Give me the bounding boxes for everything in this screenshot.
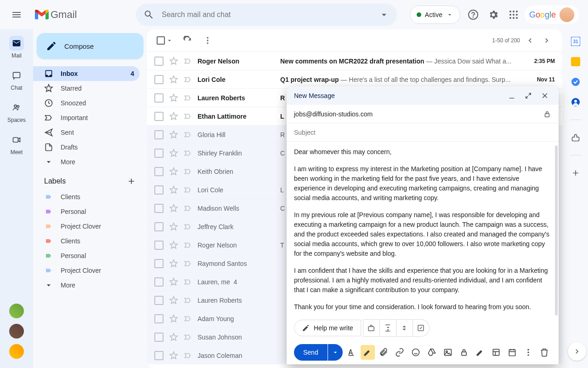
link-button[interactable] [393,345,407,360]
important-marker[interactable] [184,204,192,213]
important-marker[interactable] [184,259,192,268]
nav-snoozed[interactable]: Snoozed [33,96,140,110]
elaborate-button[interactable] [379,320,396,336]
important-marker[interactable] [184,75,192,84]
nav-inbox[interactable]: Inbox 4 [33,66,140,81]
nav-drafts[interactable]: Drafts [33,140,140,155]
email-row[interactable]: Roger Nelson New comments on MCR2022 dra… [147,52,562,70]
rail-item-chat[interactable]: Chat [4,65,29,94]
chat-avatar[interactable] [9,304,24,318]
star-button[interactable] [169,149,178,158]
lock-icon[interactable] [543,110,551,118]
row-checkbox[interactable] [154,259,164,268]
row-checkbox[interactable] [154,314,164,323]
drive-button[interactable] [424,345,439,360]
row-checkbox[interactable] [154,149,164,158]
label-item[interactable]: Personal [33,248,140,263]
get-addons[interactable] [571,168,580,178]
help-me-write-button[interactable]: Help me write [294,320,361,336]
font-button[interactable] [345,345,359,360]
row-checkbox[interactable] [154,277,164,287]
label-item[interactable]: Project Clover [33,263,140,278]
label-item[interactable]: More [33,278,140,293]
send-options-button[interactable] [328,344,343,361]
row-checkbox[interactable] [154,296,164,305]
formatting-button[interactable] [361,345,375,360]
recreate-button[interactable] [413,320,429,336]
tasks-app[interactable] [571,77,580,86]
star-button[interactable] [169,57,178,66]
to-field[interactable]: jobs@diffusion-studios.com [287,105,559,123]
row-checkbox[interactable] [154,241,164,250]
rail-item-mail[interactable]: Mail [4,33,29,62]
contacts-app[interactable] [571,98,580,107]
emoji-button[interactable] [409,345,423,360]
row-checkbox[interactable] [154,185,164,195]
important-marker[interactable] [184,167,192,176]
row-checkbox[interactable] [154,333,164,342]
shorten-button[interactable] [396,320,413,336]
email-row[interactable]: Lori Cole Q1 project wrap-up — Here's a … [147,70,562,88]
next-page-button[interactable] [538,32,555,49]
important-marker[interactable] [184,296,192,305]
nav-important[interactable]: Important [33,110,140,125]
star-button[interactable] [169,130,178,139]
discard-button[interactable] [537,345,551,360]
search-input[interactable] [162,11,371,19]
important-marker[interactable] [184,112,192,121]
close-button[interactable] [538,89,551,102]
compose-header[interactable]: New Message [287,86,559,105]
user-avatar[interactable] [560,7,574,22]
star-button[interactable] [169,204,178,213]
nav-sent[interactable]: Sent [33,125,140,140]
search-options-button[interactable] [375,6,393,24]
chat-avatar[interactable] [9,344,24,359]
star-button[interactable] [169,351,178,360]
star-button[interactable] [169,185,178,195]
rail-item-spaces[interactable]: Spaces [4,98,29,126]
row-checkbox[interactable] [154,112,164,121]
nav-more[interactable]: More [33,155,140,169]
search-icon[interactable] [140,6,158,24]
label-item[interactable]: Clients [33,234,140,248]
formalize-button[interactable] [363,320,379,336]
star-button[interactable] [169,222,178,231]
important-marker[interactable] [184,351,192,360]
star-button[interactable] [169,75,178,84]
refresh-button[interactable] [179,32,196,49]
main-menu-button[interactable] [6,4,28,26]
star-button[interactable] [169,241,178,250]
rail-item-meet[interactable]: Meet [4,130,29,158]
fullscreen-button[interactable] [522,89,535,102]
nav-starred[interactable]: Starred [33,81,140,96]
minimize-button[interactable] [505,89,518,102]
chat-avatar[interactable] [9,324,24,339]
row-checkbox[interactable] [154,222,164,231]
star-button[interactable] [169,259,178,268]
row-checkbox[interactable] [154,204,164,213]
row-checkbox[interactable] [154,130,164,139]
search-bar[interactable] [136,4,397,26]
row-checkbox[interactable] [154,167,164,176]
subject-field[interactable] [287,123,559,142]
important-marker[interactable] [184,57,192,65]
plus-icon[interactable] [127,177,136,186]
row-checkbox[interactable] [154,351,164,360]
row-checkbox[interactable] [154,75,164,84]
star-button[interactable] [169,167,178,176]
important-marker[interactable] [184,223,192,231]
template-button[interactable] [489,345,503,360]
important-marker[interactable] [184,149,192,157]
row-checkbox[interactable] [154,93,164,103]
star-button[interactable] [169,93,178,103]
star-button[interactable] [169,277,178,287]
important-marker[interactable] [184,241,192,249]
star-button[interactable] [169,333,178,342]
apps-button[interactable] [504,6,523,24]
addons-app[interactable] [571,133,580,142]
attach-button[interactable] [377,345,391,360]
schedule-button[interactable] [505,345,519,360]
important-marker[interactable] [184,94,192,102]
scrollbar[interactable] [555,145,558,316]
confidential-button[interactable] [457,345,471,360]
